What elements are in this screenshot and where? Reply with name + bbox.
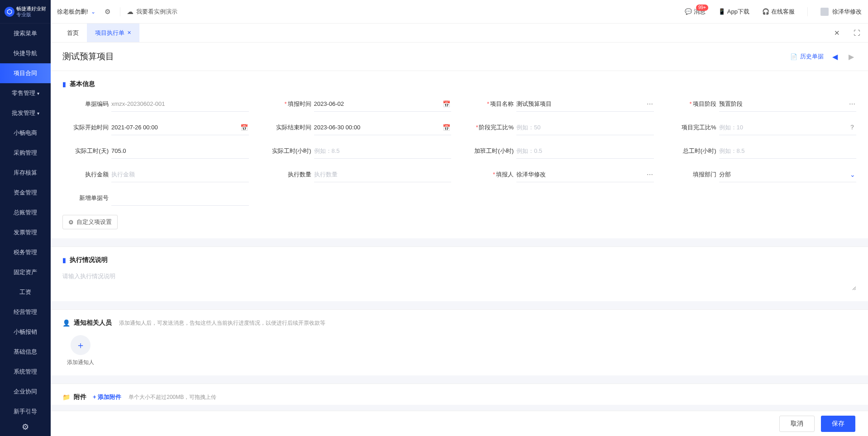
tab-label: 项目执行单 xyxy=(95,29,124,37)
ot-hours-input[interactable] xyxy=(516,147,654,154)
exec-amount-input[interactable] xyxy=(111,171,249,178)
calendar-icon[interactable]: 📅 xyxy=(443,100,450,108)
history-link[interactable]: 📄 历史单据 xyxy=(790,52,824,61)
sidebar-item-2[interactable]: 项目合同 xyxy=(0,63,51,83)
sidebar-item-4[interactable]: 批发管理▾ xyxy=(0,103,51,123)
calendar-icon[interactable]: 📅 xyxy=(240,124,248,131)
sidebar-item-label: 快捷导航 xyxy=(14,49,37,57)
stage-pct-input[interactable] xyxy=(516,124,654,131)
more-icon[interactable]: ⋯ xyxy=(647,171,653,178)
more-icon[interactable]: ⋯ xyxy=(849,100,855,108)
person-icon: 👤 xyxy=(62,319,70,327)
app-download-link[interactable]: 📱 App下载 xyxy=(718,8,749,16)
sidebar-item-15[interactable]: 小畅报销 xyxy=(0,322,51,342)
actual-days-value: 705.0 xyxy=(111,147,126,154)
demo-label: 我要看实例演示 xyxy=(136,8,177,16)
user-name: 徐泽华修改 xyxy=(832,8,862,16)
new-doc-no-input[interactable] xyxy=(111,194,249,201)
save-button[interactable]: 保存 xyxy=(821,416,855,432)
gear-icon: ⚙ xyxy=(22,422,29,432)
sidebar-item-12[interactable]: 固定资产 xyxy=(0,262,51,282)
sidebar-item-label: 基础信息 xyxy=(14,348,37,356)
sidebar-item-label: 新手引导 xyxy=(14,408,37,416)
sidebar-item-3[interactable]: 零售管理▾ xyxy=(0,83,51,103)
brand-logo: 畅捷通好业财 专业版 xyxy=(0,0,51,24)
sidebar-item-label: 系统管理 xyxy=(14,368,37,376)
sidebar-item-1[interactable]: 快捷导航 xyxy=(0,43,51,63)
exec-qty-input[interactable] xyxy=(314,171,452,178)
prev-record-button[interactable]: ◀ xyxy=(830,52,840,62)
section-title: 附件 xyxy=(74,393,86,401)
label-report-dept: 填报部门 xyxy=(670,171,719,179)
demo-link[interactable]: ☁ 我要看实例演示 xyxy=(127,8,177,16)
page-header: 测试预算项目 📄 历史单据 ◀ ▶ xyxy=(51,43,868,71)
sidebar-item-14[interactable]: 经营管理 xyxy=(0,302,51,322)
label-exec-amount: 执行金额 xyxy=(62,171,111,179)
sidebar-item-label: 企业协同 xyxy=(14,388,37,396)
footer-bar: 取消 保存 xyxy=(51,411,868,436)
plus-icon: ＋ xyxy=(76,339,85,351)
help-icon[interactable]: ？ xyxy=(849,123,855,132)
sidebar-item-7[interactable]: 库存核算 xyxy=(0,163,51,183)
sidebar-item-19[interactable]: 新手引导 xyxy=(0,402,51,418)
add-attachment-link[interactable]: + 添加附件 xyxy=(93,393,121,401)
org-selector[interactable]: 徐老板勿删! ⌄ xyxy=(57,8,95,16)
sidebar-item-11[interactable]: 税务管理 xyxy=(0,242,51,262)
cancel-button[interactable]: 取消 xyxy=(779,416,815,432)
sidebar-item-10[interactable]: 发票管理 xyxy=(0,223,51,242)
sidebar-item-6[interactable]: 采购管理 xyxy=(0,143,51,163)
actual-hours-input[interactable] xyxy=(314,147,452,154)
more-icon[interactable]: ⋯ xyxy=(647,100,653,108)
sidebar-item-label: 资金管理 xyxy=(14,189,37,197)
section-basic: ▮ 基本信息 单据编码 xmzx-20230602-001 *填报时间 2023… xyxy=(51,71,868,238)
sidebar-item-17[interactable]: 系统管理 xyxy=(0,362,51,382)
close-tab-button[interactable]: ✕ xyxy=(830,26,844,40)
section-title: 通知相关人员 xyxy=(74,319,112,327)
actual-start-value: 2021-07-26 00:00 xyxy=(111,124,158,131)
sidebar-item-label: 零售管理 xyxy=(12,89,35,97)
add-notifier-button[interactable]: ＋ xyxy=(71,335,91,355)
document-icon: 📄 xyxy=(790,53,797,60)
sidebar-item-8[interactable]: 资金管理 xyxy=(0,183,51,203)
support-link[interactable]: 🎧 在线客服 xyxy=(762,8,795,16)
sidebar-item-13[interactable]: 工资 xyxy=(0,282,51,302)
close-icon[interactable]: ✕ xyxy=(127,30,131,36)
calendar-icon[interactable]: 📅 xyxy=(443,124,450,131)
sidebar-item-0[interactable]: 搜索菜单 xyxy=(0,24,51,43)
tab-0[interactable]: 首页 xyxy=(59,24,87,42)
next-record-button[interactable]: ▶ xyxy=(846,52,856,62)
sidebar-item-5[interactable]: 小畅电商 xyxy=(0,123,51,143)
content-scroll[interactable]: 测试预算项目 📄 历史单据 ◀ ▶ ▮ 基本信息 单据编码 xmzx-20230… xyxy=(51,43,868,411)
add-notifier-label: 添加通知人 xyxy=(62,359,99,366)
attach-hint: 单个大小不超过200MB，可拖拽上传 xyxy=(129,393,216,401)
sidebar-item-label: 经营管理 xyxy=(14,308,37,316)
label-ot-hours: 加班工时(小时) xyxy=(467,147,516,155)
tab-1[interactable]: 项目执行单✕ xyxy=(87,24,139,42)
history-label: 历史单据 xyxy=(800,52,824,61)
project-stage-value: 预置阶段 xyxy=(719,100,743,108)
sidebar-item-18[interactable]: 企业协同 xyxy=(0,382,51,402)
chevron-down-icon[interactable]: ⌄ xyxy=(850,171,855,178)
phone-icon: 📱 xyxy=(718,8,725,15)
divider xyxy=(120,7,120,16)
caret-down-icon: ▾ xyxy=(37,91,39,96)
cloud-icon: ☁ xyxy=(127,8,134,16)
sidebar-item-9[interactable]: 总账管理 xyxy=(0,203,51,223)
label-stage-pct: 阶段完工比% xyxy=(479,124,514,131)
chevron-down-icon: ⌄ xyxy=(91,9,95,15)
tab-label: 首页 xyxy=(67,29,79,37)
expand-icon: ⛶ xyxy=(854,29,860,37)
total-hours-input[interactable] xyxy=(719,147,857,154)
settings-button[interactable]: ⚙ xyxy=(102,6,114,18)
label-doc-code: 单据编码 xyxy=(62,100,111,108)
project-pct-input[interactable] xyxy=(719,124,857,131)
user-menu[interactable]: 徐泽华修改 xyxy=(820,8,862,16)
sidebar-item-16[interactable]: 基础信息 xyxy=(0,342,51,362)
notify-hint: 添加通知人后，可发送消息，告知这些人当前执行进度情况，以便进行后续开票收款等 xyxy=(119,319,325,327)
exec-desc-input[interactable] xyxy=(62,272,856,290)
sidebar-settings[interactable]: ⚙ xyxy=(0,418,51,436)
avatar-icon xyxy=(820,8,829,16)
custom-fields-button[interactable]: ⚙ 自定义项设置 xyxy=(62,215,118,229)
messages-link[interactable]: 💬 消息 99+ xyxy=(685,8,706,16)
fullscreen-button[interactable]: ⛶ xyxy=(850,26,863,40)
